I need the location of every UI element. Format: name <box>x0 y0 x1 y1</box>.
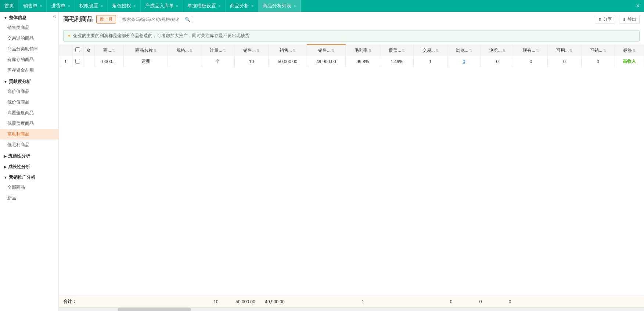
sidebar-group-trend[interactable]: ▶ 流趋性分析 <box>0 150 58 161</box>
sidebar-item-capital-usage[interactable]: 库存资金占用 <box>0 65 58 76</box>
sort-icon[interactable]: ⇅ <box>603 48 606 53</box>
close-icon[interactable]: × <box>294 4 296 8</box>
close-window-button[interactable]: × <box>632 0 644 12</box>
nav-product-analysis-list[interactable]: 商品分析列表 × <box>258 0 301 12</box>
sort-icon[interactable]: ⇅ <box>536 48 539 53</box>
cell-checkbox[interactable] <box>72 56 83 67</box>
col-gross-rate[interactable]: 毛利率 ⇅ <box>346 45 380 56</box>
search-input[interactable] <box>122 17 185 22</box>
nav-role-auth[interactable]: 角色授权 × <box>108 0 140 12</box>
share-button[interactable]: ⬆ 分享 <box>595 15 615 24</box>
footer-sales-qty: 10 <box>201 299 231 305</box>
sort-icon[interactable]: ⇅ <box>112 48 115 53</box>
nav-product-warehouse[interactable]: 产成品入库单 × <box>141 0 183 12</box>
data-table: ⚙ 商... ⇅ 商品名称 <box>59 44 644 67</box>
sort-icon[interactable]: ⇅ <box>223 48 226 53</box>
sidebar-item-low-margin[interactable]: 低毛利商品 <box>0 140 58 150</box>
page-title: 高毛利商品 <box>63 15 93 23</box>
sidebar-item-low-coverage[interactable]: 低覆盖度商品 <box>0 118 58 129</box>
col-checkbox[interactable] <box>72 45 83 56</box>
chevron-down-icon: ▼ <box>4 16 7 20</box>
settings-icon[interactable]: ⚙ <box>87 48 91 53</box>
footer-browse2 <box>407 299 436 305</box>
col-stock-available[interactable]: 可用... ⇅ <box>548 45 581 56</box>
nav-permission-settings[interactable]: 权限设置 × <box>75 0 108 12</box>
sidebar-group-growth[interactable]: ▶ 成长性分析 <box>0 161 58 171</box>
footer-sales-amount: 50,000.00 <box>231 299 260 305</box>
sort-icon[interactable]: ⇅ <box>402 48 405 53</box>
footer-cells: 10 50,000.00 49,900.00 1 0 0 0 <box>84 299 640 305</box>
col-sales-qty[interactable]: 销售... ⇅ <box>235 45 268 56</box>
horizontal-scrollbar[interactable] <box>59 307 644 311</box>
nav-purchase-order[interactable]: 进货单 × <box>47 0 75 12</box>
col-unit[interactable]: 计量... ⇅ <box>201 45 235 56</box>
footer-browse1 <box>378 299 407 305</box>
col-browse2[interactable]: 浏览... ⇅ <box>481 45 514 56</box>
col-sales-amount[interactable]: 销售... ⇅ <box>268 45 307 56</box>
nav-home[interactable]: 首页 <box>0 0 19 12</box>
sidebar-item-high-margin[interactable]: 高毛利商品 <box>0 129 58 140</box>
cell-sales-qty: 10 <box>235 56 268 67</box>
sidebar-item-new-goods[interactable]: 新品 <box>0 193 58 203</box>
sort-icon[interactable]: ⇅ <box>190 48 193 53</box>
col-stock-current[interactable]: 现有... ⇅ <box>514 45 548 56</box>
close-icon[interactable]: × <box>176 4 178 8</box>
notice-bar: ✦ 企业的主要的利润都是这部分商品创造的，可考虑加大推广，同时关注库存是不要出现… <box>63 30 640 41</box>
chevron-down-icon: ▼ <box>4 80 7 84</box>
nav-product-analysis[interactable]: 商品分析 × <box>226 0 258 12</box>
sort-icon[interactable]: ⇅ <box>293 48 296 53</box>
sidebar-item-all-goods[interactable]: 全部商品 <box>0 182 58 193</box>
sidebar-item-in-stock[interactable]: 有库存的商品 <box>0 54 58 65</box>
close-icon[interactable]: × <box>218 4 220 8</box>
search-icon[interactable]: 🔍 <box>185 17 190 22</box>
search-box[interactable]: 🔍 <box>120 16 193 23</box>
footer-stock-saleable: 0 <box>495 299 525 305</box>
sidebar-group-overall[interactable]: ▼ 整体信息 <box>0 12 58 22</box>
sidebar-group-contribution[interactable]: ▼ 贡献度分析 <box>0 76 58 86</box>
sort-icon[interactable]: ⇅ <box>503 48 506 53</box>
nav-template-settings[interactable]: 单据模板设置 × <box>183 0 225 12</box>
sidebar-item-sales-goods[interactable]: 销售类商品 <box>0 22 58 33</box>
col-trade[interactable]: 交易... ⇅ <box>414 45 447 56</box>
close-icon[interactable]: × <box>40 4 42 8</box>
sort-icon[interactable]: ⇅ <box>633 48 636 53</box>
sidebar-item-category-rate[interactable]: 商品分类助销率 <box>0 44 58 54</box>
col-name[interactable]: 商品名称 ⇅ <box>124 45 168 56</box>
sidebar-item-high-coverage[interactable]: 高覆盖度商品 <box>0 108 58 118</box>
sidebar-group-marketing[interactable]: ▼ 营销推广分析 <box>0 171 58 182</box>
footer-sales-profit: 49,900.00 <box>260 299 289 305</box>
col-sales-profit[interactable]: 销售... ⇅ <box>307 45 345 56</box>
sort-icon[interactable]: ⇅ <box>469 48 472 53</box>
sort-icon[interactable]: ⇅ <box>331 48 334 53</box>
col-stock-saleable[interactable]: 可销... ⇅ <box>581 45 615 56</box>
col-settings[interactable]: ⚙ <box>83 45 94 56</box>
close-icon[interactable]: × <box>251 4 253 8</box>
select-all-checkbox[interactable] <box>75 47 80 52</box>
nav-sales-order[interactable]: 销售单 × <box>19 0 47 12</box>
col-browse1[interactable]: 浏览... ⇅ <box>447 45 481 56</box>
cell-stock-saleable: 0 <box>581 56 615 67</box>
col-code[interactable]: 商... ⇅ <box>94 45 124 56</box>
close-icon[interactable]: × <box>68 4 70 8</box>
sidebar-item-traded-goods[interactable]: 交易过的商品 <box>0 33 58 44</box>
export-button[interactable]: ⬇ 导出 <box>619 15 640 24</box>
col-spec[interactable]: 规格... ⇅ <box>168 45 201 56</box>
row-checkbox[interactable] <box>75 59 80 64</box>
cell-browse1[interactable]: 0 <box>447 56 481 67</box>
sort-icon[interactable]: ⇅ <box>569 48 572 53</box>
sort-icon[interactable]: ⇅ <box>436 48 439 53</box>
col-tag[interactable]: 标签 ⇅ <box>615 45 644 56</box>
scrollbar-thumb[interactable] <box>118 308 191 311</box>
filter-recent-month-button[interactable]: 近一月 <box>96 15 116 23</box>
sort-icon[interactable]: ⇅ <box>256 48 259 53</box>
col-coverage[interactable]: 覆盖... ⇅ <box>380 45 414 56</box>
cell-browse2: 0 <box>481 56 514 67</box>
sidebar-collapse-button[interactable]: « <box>53 13 56 20</box>
sidebar-item-low-value[interactable]: 低价值商品 <box>0 97 58 108</box>
sidebar-item-high-value[interactable]: 高价值商品 <box>0 86 58 97</box>
sort-icon[interactable]: ⇅ <box>368 48 371 53</box>
sort-icon[interactable]: ⇅ <box>154 48 156 53</box>
sidebar: « ▼ 整体信息 销售类商品 交易过的商品 商品分类助销率 有库存的商品 库存资… <box>0 12 59 311</box>
close-icon[interactable]: × <box>101 4 103 8</box>
close-icon[interactable]: × <box>133 4 136 8</box>
